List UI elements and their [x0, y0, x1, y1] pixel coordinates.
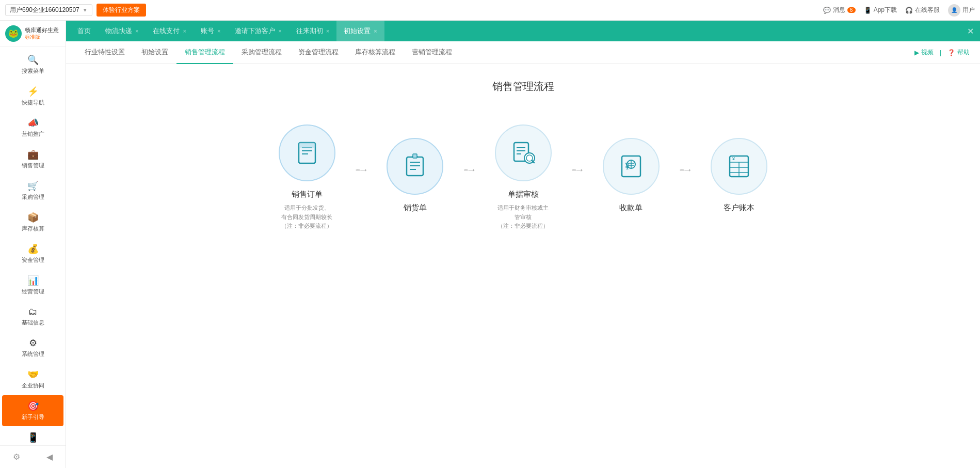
logo-icon: 🐸: [5, 25, 22, 42]
purchase-icon: 🛒: [27, 180, 39, 192]
subtab-industry-label: 行业特性设置: [85, 48, 125, 57]
appstore-icon: 📱: [27, 432, 39, 443]
service-button[interactable]: 🎧 在线客服: [905, 6, 940, 14]
top-bar: 用户690企业1660120507 ▼ 体验行业方案 💬 消息 6 📱 App下…: [0, 0, 980, 21]
close-all-tabs-button[interactable]: ✕: [965, 24, 976, 38]
collapse-icon[interactable]: ◀: [44, 450, 55, 464]
tab-invite[interactable]: 邀请下游客户 ×: [228, 21, 288, 41]
user-selector[interactable]: 用户690企业1660120507 ▼: [5, 4, 92, 16]
tab-account-close[interactable]: ×: [217, 28, 220, 34]
message-icon: 💬: [823, 7, 831, 14]
divider: |: [940, 49, 941, 56]
avatar: 👤: [948, 4, 960, 17]
subtab-purchase-flow-label: 采购管理流程: [242, 48, 282, 57]
sidebar-label-purchase: 采购管理: [22, 193, 44, 201]
app-download-button[interactable]: 📱 App下载: [864, 6, 897, 14]
subtab-sales-flow[interactable]: 销售管理流程: [176, 41, 233, 64]
svg-text:¥: ¥: [732, 156, 735, 161]
subtab-industry[interactable]: 行业特性设置: [76, 41, 133, 64]
tab-home[interactable]: 首页: [70, 21, 98, 41]
flow-circle-delivery[interactable]: [387, 138, 443, 195]
help-label: 帮助: [957, 48, 970, 57]
flow-circle-ledger[interactable]: ¥: [711, 138, 767, 195]
tab-period[interactable]: 往来期初 ×: [289, 21, 336, 41]
logo-area: 🐸 畅库通好生意 标准版: [0, 21, 66, 46]
sidebar-label-appstore: 应用中心: [22, 445, 44, 445]
business-icon: 📊: [27, 275, 39, 286]
svg-rect-9: [413, 154, 417, 158]
tab-period-close[interactable]: ×: [326, 28, 329, 34]
newbie-icon: 🎯: [27, 400, 39, 412]
sidebar-nav: 🔍 搜索菜单 ⚡ 快捷导航 📣 营销推广 💼 销售管理 🛒 采购管理 📦: [0, 46, 66, 445]
flow-circle-receipt[interactable]: ¥: [603, 138, 660, 195]
tab-init-close[interactable]: ×: [374, 28, 377, 34]
sidebar-item-appstore[interactable]: 📱 应用中心: [2, 427, 63, 445]
tab-invite-close[interactable]: ×: [278, 28, 281, 34]
top-bar-left: 用户690企业1660120507 ▼ 体验行业方案: [5, 4, 146, 17]
settings-bottom-icon[interactable]: ⚙: [11, 450, 22, 464]
tab-logistics-close[interactable]: ×: [135, 28, 138, 34]
finance-icon: 💰: [27, 243, 39, 255]
sidebar-label-business: 经营管理: [22, 288, 44, 295]
sidebar-label-marketing: 营销推广: [22, 130, 44, 138]
sidebar-label-inventory: 库存核算: [22, 225, 44, 232]
tab-account[interactable]: 账号 ×: [194, 21, 228, 41]
help-link[interactable]: ❓ 帮助: [947, 48, 970, 57]
sidebar-item-search[interactable]: 🔍 搜索菜单: [2, 49, 63, 80]
collab-icon: 🤝: [27, 369, 39, 380]
sidebar-item-quicknav[interactable]: ⚡ 快捷导航: [2, 81, 63, 112]
sidebar-item-purchase[interactable]: 🛒 采购管理: [2, 175, 63, 206]
tab-init[interactable]: 初始设置 ×: [336, 21, 384, 41]
subtab-marketing-flow[interactable]: 营销管理流程: [404, 41, 460, 64]
top-bar-right: 💬 消息 6 📱 App下载 🎧 在线客服 👤 用户: [823, 4, 975, 17]
ledger-icon: ¥: [726, 153, 752, 180]
tab-payment[interactable]: 在线支付 ×: [146, 21, 193, 41]
flow-circle-sales-order[interactable]: [279, 124, 335, 181]
sidebar-item-business[interactable]: 📊 经营管理: [2, 270, 63, 301]
tab-logistics[interactable]: 物流快递 ×: [98, 21, 146, 41]
sidebar-item-finance[interactable]: 💰 资金管理: [2, 238, 63, 269]
sidebar-item-collab[interactable]: 🤝 企业协同: [2, 364, 63, 395]
subtab-purchase-flow[interactable]: 采购管理流程: [233, 41, 290, 64]
flow-step-sales-order: 销售订单 适用于分批发货、有合同发货周期较长（注：非必要流程）: [261, 124, 354, 231]
receipt-icon: ¥: [618, 153, 645, 180]
marketing-icon: 📣: [27, 117, 39, 129]
sidebar-item-basicinfo[interactable]: 🗂 基础信息: [2, 301, 63, 332]
sidebar-item-marketing[interactable]: 📣 营销推广: [2, 112, 63, 143]
subtab-finance-flow[interactable]: 资金管理流程: [290, 41, 347, 64]
trial-button[interactable]: 体验行业方案: [97, 4, 146, 17]
sales-order-icon: [294, 139, 320, 166]
sidebar-item-system[interactable]: ⚙ 系统管理: [2, 332, 63, 363]
system-icon: ⚙: [29, 337, 37, 349]
nav-tabs: 首页 物流快递 × 在线支付 × 账号 × 邀请下游客户 × 往来期初 ×: [66, 21, 980, 41]
svg-rect-4: [299, 143, 315, 148]
tab-payment-label: 在线支付: [153, 26, 180, 36]
sidebar-item-sales[interactable]: 💼 销售管理: [2, 144, 63, 175]
chevron-down-icon: ▼: [83, 7, 88, 13]
flow-arrow-3: --→: [572, 164, 583, 191]
flow-page: 销售管理流程 销售订单: [66, 64, 980, 246]
sidebar-item-newbie[interactable]: 🎯 新手引导: [2, 395, 63, 426]
flow-steps: 销售订单 适用于分批发货、有合同发货周期较长（注：非必要流程） --→: [97, 124, 949, 231]
subtab-actions: ▶ 视频 | ❓ 帮助: [914, 48, 970, 57]
step-name-ledger: 客户账本: [724, 203, 754, 213]
basicinfo-icon: 🗂: [28, 306, 38, 317]
user-menu-button[interactable]: 👤 用户: [948, 4, 975, 17]
flow-circle-audit[interactable]: [495, 124, 552, 181]
subtab-inventory-flow[interactable]: 库存核算流程: [347, 41, 404, 64]
flow-step-delivery: 销货单: [368, 138, 461, 217]
flow-step-receipt: ¥ 收款单: [585, 138, 678, 217]
step-desc-sales-order: 适用于分批发货、有合同发货周期较长（注：非必要流程）: [281, 204, 332, 231]
flow-step-audit: 单据审核 适用于财务审核或主管审核（注：非必要流程）: [477, 124, 570, 231]
tab-home-label: 首页: [77, 26, 91, 36]
sidebar-item-inventory[interactable]: 📦 库存核算: [2, 207, 63, 238]
sub-tabs: 行业特性设置 初始设置 销售管理流程 采购管理流程 资金管理流程 库存核算流程: [66, 41, 980, 64]
subtab-marketing-flow-label: 营销管理流程: [412, 48, 452, 57]
tab-payment-close[interactable]: ×: [183, 28, 186, 34]
sidebar-label-collab: 企业协同: [22, 382, 44, 389]
tab-init-label: 初始设置: [344, 26, 371, 36]
subtab-basic[interactable]: 初始设置: [133, 41, 176, 64]
message-button[interactable]: 💬 消息 6: [823, 6, 856, 14]
video-link[interactable]: ▶ 视频: [914, 48, 934, 57]
user-menu-label: 用户: [962, 6, 975, 14]
